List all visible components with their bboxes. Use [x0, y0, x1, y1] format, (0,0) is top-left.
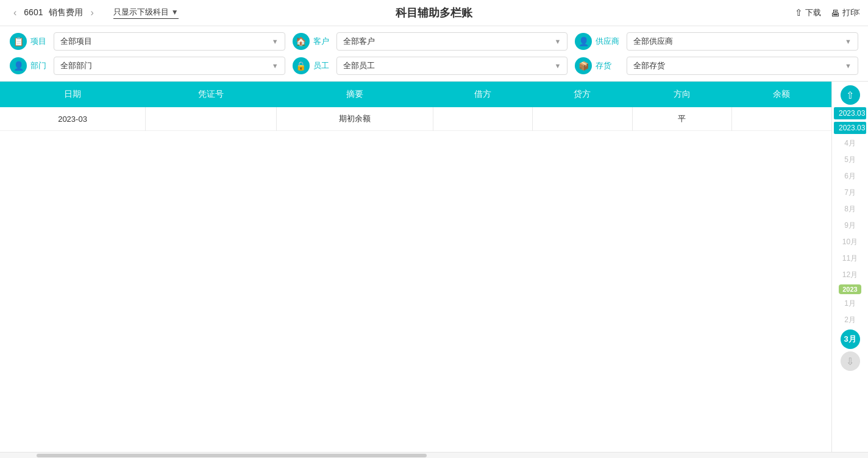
prev-account-button[interactable]: ‹ [10, 6, 20, 19]
inventory-dropdown-icon: ▼ [845, 62, 852, 69]
col-balance: 余额 [732, 82, 832, 107]
cell-debit [433, 107, 532, 131]
timeline-sidebar: ⇧ 2023.03 2023.03 4月 5月 6月 7月 8月 9月 10月 … [831, 82, 868, 452]
filter-area: 📋 项目 全部项目 ▼ 🏠 客户 全部客户 ▼ 👤 供应商 全部供应商 ▼ 👤 … [0, 26, 868, 82]
filter-label-inventory: 📦 存货 [575, 57, 619, 74]
timeline-month-4[interactable]: 4月 [832, 135, 868, 152]
chevron-down-icon: ▼ [171, 8, 179, 16]
table-row: 2023-03 期初余额 平 [0, 107, 831, 131]
department-select[interactable]: 全部部门 ▼ [54, 57, 285, 75]
project-dropdown-icon: ▼ [272, 38, 279, 45]
timeline-month-5[interactable]: 5月 [832, 152, 868, 168]
timeline-month-10[interactable]: 10月 [832, 234, 868, 250]
customer-dropdown-icon: ▼ [554, 38, 561, 45]
col-date: 日期 [0, 82, 146, 107]
employee-value: 全部员工 [343, 60, 375, 71]
print-icon: 🖶 [831, 8, 840, 18]
download-icon: ⇧ [795, 7, 803, 18]
customer-value: 全部客户 [343, 36, 375, 47]
account-code: 6601 销售费用 [24, 7, 83, 18]
project-select[interactable]: 全部项目 ▼ [54, 32, 285, 51]
content-area: 日期 凭证号 摘要 借方 贷方 方向 余额 2023-03 期初余额 平 [0, 82, 868, 452]
customer-label-text: 客户 [313, 36, 329, 47]
main-table: 日期 凭证号 摘要 借方 贷方 方向 余额 2023-03 期初余额 平 [0, 82, 831, 452]
download-button[interactable]: ⇧ 下载 [795, 7, 821, 18]
project-icon: 📋 [10, 33, 27, 50]
next-account-button[interactable]: › [87, 6, 97, 19]
project-value: 全部项目 [60, 36, 92, 47]
supplier-dropdown-icon: ▼ [845, 38, 852, 45]
year-badge-2023[interactable]: 2023 [839, 284, 861, 294]
cell-voucher [146, 107, 277, 131]
department-dropdown-icon: ▼ [272, 62, 279, 69]
supplier-select[interactable]: 全部供应商 ▼ [627, 32, 858, 51]
timeline-month-8[interactable]: 8月 [832, 201, 868, 217]
timeline-month-9[interactable]: 9月 [832, 217, 868, 234]
page-title: 科目辅助多栏账 [396, 5, 472, 20]
supplier-icon: 👤 [575, 33, 592, 50]
employee-label-text: 员工 [313, 60, 329, 71]
employee-dropdown-icon: ▼ [554, 62, 561, 69]
download-label: 下载 [805, 7, 821, 18]
inventory-value: 全部存货 [633, 60, 665, 71]
col-debit: 借方 [433, 82, 532, 107]
timeline-month-12[interactable]: 12月 [832, 267, 868, 283]
cell-direction: 平 [632, 107, 731, 131]
timeline-down-button[interactable]: ⇩ [841, 351, 860, 371]
show-sub-label: 只显示下级科目 [113, 7, 169, 18]
nav-area: ‹ 6601 销售费用 › 只显示下级科目 ▼ [10, 6, 179, 19]
department-value: 全部部门 [60, 60, 92, 71]
account-code-name: 销售费用 [49, 7, 83, 17]
filter-label-project: 📋 项目 [10, 33, 46, 50]
employee-select[interactable]: 全部员工 ▼ [336, 57, 568, 75]
table-header-row: 日期 凭证号 摘要 借方 贷方 方向 余额 [0, 82, 831, 107]
department-icon: 👤 [10, 57, 27, 74]
modal-container: ‹ 6601 销售费用 › 只显示下级科目 ▼ 科目辅助多栏账 ⇧ 下载 🖶 打… [0, 0, 868, 458]
show-sub-toggle[interactable]: 只显示下级科目 ▼ [113, 7, 179, 19]
supplier-value: 全部供应商 [633, 36, 673, 47]
col-summary: 摘要 [277, 82, 433, 107]
period-box-2[interactable]: 2023.03 [834, 122, 866, 134]
customer-icon: 🏠 [293, 33, 310, 50]
employee-icon: 🔒 [293, 57, 310, 74]
timeline-month-2[interactable]: 2月 [832, 312, 868, 328]
inventory-label-text: 存货 [596, 60, 611, 71]
col-voucher: 凭证号 [146, 82, 277, 107]
period-box-1[interactable]: 2023.03 [834, 107, 866, 119]
customer-select[interactable]: 全部客户 ▼ [336, 32, 568, 51]
close-button[interactable]: × [853, 5, 861, 19]
timeline-month-11[interactable]: 11月 [832, 250, 868, 267]
timeline-month-7[interactable]: 7月 [832, 185, 868, 201]
toolbar-right: ⇧ 下载 🖶 打印 [795, 7, 858, 18]
inventory-icon: 📦 [575, 57, 592, 74]
horizontal-scrollbar[interactable] [0, 452, 868, 458]
filter-label-department: 👤 部门 [10, 57, 46, 74]
timeline-month-6[interactable]: 6月 [832, 168, 868, 185]
filter-label-customer: 🏠 客户 [293, 33, 329, 50]
timeline-up-button[interactable]: ⇧ [841, 85, 860, 105]
filter-label-employee: 🔒 员工 [293, 57, 329, 74]
scrollbar-thumb[interactable] [37, 454, 427, 457]
title-bar: ‹ 6601 销售费用 › 只显示下级科目 ▼ 科目辅助多栏账 ⇧ 下载 🖶 打… [0, 0, 868, 26]
ledger-table: 日期 凭证号 摘要 借方 贷方 方向 余额 2023-03 期初余额 平 [0, 82, 831, 131]
filter-label-supplier: 👤 供应商 [575, 33, 619, 50]
col-credit: 贷方 [533, 82, 632, 107]
timeline-month-1[interactable]: 1月 [832, 295, 868, 312]
cell-balance [732, 107, 832, 131]
timeline-month-3-active[interactable]: 3月 [841, 329, 860, 349]
inventory-select[interactable]: 全部存货 ▼ [627, 57, 858, 75]
account-code-number: 6601 [24, 7, 43, 17]
department-label-text: 部门 [30, 60, 46, 71]
cell-date: 2023-03 [0, 107, 146, 131]
col-direction: 方向 [632, 82, 731, 107]
cell-summary: 期初余额 [277, 107, 433, 131]
project-label-text: 项目 [30, 36, 46, 47]
supplier-label-text: 供应商 [596, 36, 619, 47]
cell-credit [533, 107, 632, 131]
